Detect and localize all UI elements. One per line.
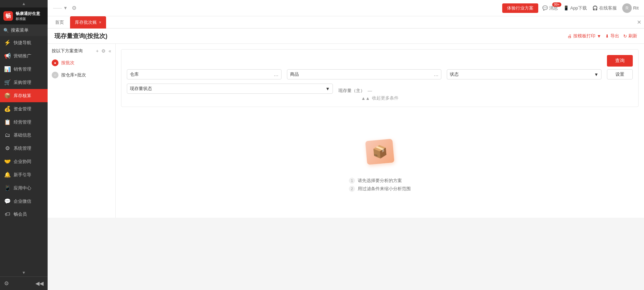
sidebar: ▲ 畅 畅康通好生意 标准版 🔍 搜索菜单 ⚡ 快捷导航 📢 营销推广 📊 销售… xyxy=(0,0,48,290)
sidebar-item-basics[interactable]: 🗂 基础信息 xyxy=(0,129,48,142)
print-dropdown-icon[interactable]: ▼ xyxy=(597,34,601,39)
sales-icon: 📊 xyxy=(4,66,11,72)
sidebar-item-wechat[interactable]: 💬 企业微信 xyxy=(0,195,48,208)
sidebar-item-operations[interactable]: 📋 经营管理 xyxy=(0,115,48,129)
chevron-up-icon: ▲▲ xyxy=(361,96,370,101)
filter-panel-header: 按以下方案查询 + ⚙ « xyxy=(48,48,115,57)
tabbar: 首页 库存批次账 × ✕ xyxy=(48,16,644,29)
wechat-icon: 💬 xyxy=(4,198,11,204)
phone-icon: 📱 xyxy=(563,5,569,11)
sidebar-item-label: 资金管理 xyxy=(14,106,31,112)
sidebar-item-system[interactable]: ⚙ 系统管理 xyxy=(0,142,48,155)
sidebar-item-label: 新手引导 xyxy=(14,172,31,178)
tab-active-label: 库存批次账 xyxy=(75,19,97,25)
topbar-actions: 💬 消息 99+ 📱 App下载 🎧 在线客服 R Rit xyxy=(542,3,639,13)
empty-hint-1: 1 请先选择要分析的方案 xyxy=(349,178,411,184)
user-avatar[interactable]: R Rit xyxy=(622,3,639,13)
collapse-sidebar-icon[interactable]: ◀◀ xyxy=(35,280,44,287)
marketing-icon: 📢 xyxy=(4,53,11,59)
sidebar-scroll-up[interactable]: ▲ xyxy=(0,0,48,7)
scheme-icon-warehouse-batch: ○ xyxy=(52,72,58,78)
export-label: 导出 xyxy=(610,33,619,39)
warehouse-label: 仓库 xyxy=(130,71,274,77)
headset-icon: 🎧 xyxy=(592,5,598,11)
apps-icon: 📱 xyxy=(4,185,11,191)
close-tab-right-icon[interactable]: ✕ xyxy=(637,19,641,25)
topbar-gear-icon[interactable]: ⚙ xyxy=(72,5,77,11)
print-template-button[interactable]: 🖨 按模板打印 ▼ xyxy=(567,33,601,39)
app-download-button[interactable]: 📱 App下载 xyxy=(563,5,587,11)
tab-home[interactable]: 首页 xyxy=(50,16,69,29)
range-dash: — xyxy=(368,88,372,93)
sidebar-item-inventory[interactable]: 📦 库存核算 xyxy=(0,89,48,102)
scheme-icon-batch: ● xyxy=(52,59,58,66)
page-header: 现存量查询(按批次) 🖨 按模板打印 ▼ ⬇ 导出 ↻ 刷新 xyxy=(48,29,644,44)
warehouse-input[interactable]: 仓库 ... xyxy=(127,69,282,79)
sidebar-item-enterprise[interactable]: 🤝 企业协同 xyxy=(0,155,48,168)
newbie-icon: 🔔 xyxy=(4,171,11,178)
empty-state: 1 请先选择要分析的方案 2 用过滤条件来缩小分析范围 xyxy=(121,111,639,212)
tab-inventory-batch[interactable]: 库存批次账 × xyxy=(70,16,106,29)
print-label: 按模板打印 xyxy=(573,33,595,39)
form-actions: 查询 设置 xyxy=(607,55,633,79)
settings-scheme-icon[interactable]: ⚙ xyxy=(101,48,106,54)
sidebar-item-apps[interactable]: 📱 应用中心 xyxy=(0,181,48,195)
sidebar-item-purchase[interactable]: 🛒 采购管理 xyxy=(0,76,48,89)
messages-badge: 99+ xyxy=(552,2,561,7)
refresh-button[interactable]: ↻ 刷新 xyxy=(623,33,637,39)
sidebar-item-sales[interactable]: 📊 销售管理 xyxy=(0,62,48,76)
messages-button[interactable]: 💬 消息 99+ xyxy=(542,5,558,11)
status-select[interactable]: 状态 ▼ xyxy=(447,69,601,79)
query-button[interactable]: 查询 xyxy=(607,55,633,67)
hint-num-2: 2 xyxy=(349,186,355,192)
topbar: —— ▼ ⚙ 体验行业方案 💬 消息 99+ 📱 App下载 🎧 在线客服 R xyxy=(48,0,644,16)
sidebar-item-label: 企业微信 xyxy=(14,198,31,204)
app-edition: 标准版 xyxy=(16,17,40,21)
sidebar-item-newbie[interactable]: 🔔 新手引导 xyxy=(0,168,48,181)
sidebar-item-label: 快捷导航 xyxy=(14,40,31,46)
search-label: 搜索菜单 xyxy=(11,27,29,33)
status-field: 状态 ▼ xyxy=(447,69,601,79)
breadcrumb-text: —— xyxy=(53,5,62,11)
sidebar-header: 畅 畅康通好生意 标准版 xyxy=(0,7,48,24)
status-dropdown-icon: ▼ xyxy=(594,72,598,77)
export-icon: ⬇ xyxy=(605,34,609,39)
product-field: 商品 ... xyxy=(287,69,442,79)
product-input[interactable]: 商品 ... xyxy=(287,69,442,79)
sidebar-item-finance[interactable]: 💰 资金管理 xyxy=(0,102,48,115)
tab-home-label: 首页 xyxy=(55,19,64,25)
main-content: —— ▼ ⚙ 体验行业方案 💬 消息 99+ 📱 App下载 🎧 在线客服 R xyxy=(48,0,644,290)
sidebar-item-marketing[interactable]: 📢 营销推广 xyxy=(0,49,48,62)
sidebar-item-label: 系统管理 xyxy=(14,145,31,151)
sidebar-scroll-down[interactable]: ▼ xyxy=(0,269,48,276)
print-icon: 🖨 xyxy=(567,34,572,39)
avatar: R xyxy=(622,3,632,13)
dropdown-icon[interactable]: ▼ xyxy=(63,5,68,11)
scheme-label-warehouse-batch: 按仓库+批次 xyxy=(61,72,86,78)
collapse-label: 收起更多条件 xyxy=(372,95,399,101)
empty-hints: 1 请先选择要分析的方案 2 用过滤条件来缩小分析范围 xyxy=(349,178,411,192)
sidebar-item-quick-nav[interactable]: ⚡ 快捷导航 xyxy=(0,36,48,49)
members-icon: 🏷 xyxy=(4,211,11,217)
collapse-panel-icon[interactable]: « xyxy=(108,48,111,54)
tab-close-icon[interactable]: × xyxy=(99,20,101,25)
warehouse-more-icon[interactable]: ... xyxy=(274,71,278,77)
scheme-item-batch[interactable]: ● 按批次 xyxy=(48,57,115,69)
hint-text-1: 请先选择要分析的方案 xyxy=(358,178,402,184)
add-scheme-icon[interactable]: + xyxy=(96,48,99,54)
export-button[interactable]: ⬇ 导出 xyxy=(605,33,619,39)
sidebar-item-label: 企业协同 xyxy=(14,159,31,165)
stock-status-select[interactable]: 现存量状态 ▼ xyxy=(127,84,333,94)
product-more-icon[interactable]: ... xyxy=(434,71,438,77)
scheme-item-warehouse-batch[interactable]: ○ 按仓库+批次 xyxy=(48,69,115,81)
collapse-conditions-button[interactable]: ▲▲ 收起更多条件 xyxy=(127,94,633,103)
industry-solution-button[interactable]: 体验行业方案 xyxy=(502,3,538,13)
settings-button[interactable]: 设置 xyxy=(607,69,633,79)
breadcrumb: —— ▼ xyxy=(53,5,68,11)
online-support-button[interactable]: 🎧 在线客服 xyxy=(592,5,617,11)
sidebar-item-label: 采购管理 xyxy=(14,79,31,86)
sidebar-search[interactable]: 🔍 搜索菜单 xyxy=(0,24,48,36)
settings-icon[interactable]: ⚙ xyxy=(4,280,9,287)
sidebar-item-members[interactable]: 🏷 畅会员 xyxy=(0,208,48,221)
filter-header-actions: + ⚙ « xyxy=(96,48,111,54)
